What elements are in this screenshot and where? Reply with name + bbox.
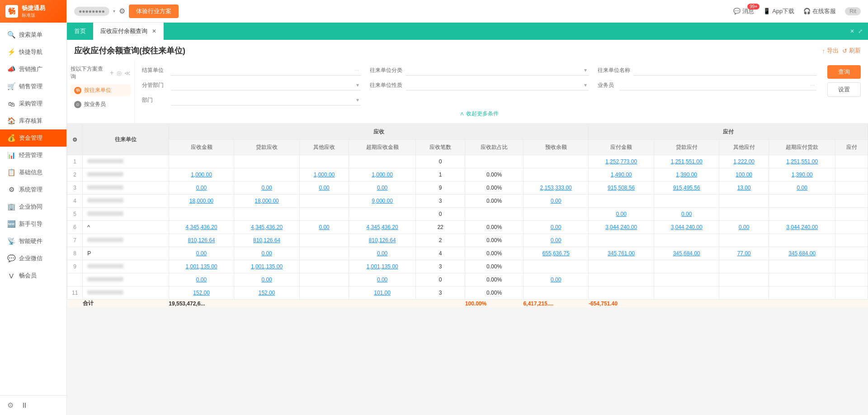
scheme-partner[interactable]: 畅 按往来单位: [71, 84, 131, 96]
row-ap_overdue-8[interactable]: [769, 260, 835, 273]
row-ar_overdue-10[interactable]: 101.00: [349, 286, 416, 300]
row-ap_loan-8[interactable]: [654, 260, 719, 273]
export-button[interactable]: ↑ 导出: [822, 47, 839, 55]
row-ar_amount-6[interactable]: 810,126.64: [169, 234, 234, 247]
refresh-button[interactable]: ↺ 刷新: [842, 47, 861, 55]
row-advance-3[interactable]: 0.00: [523, 195, 589, 208]
row-advance-7[interactable]: 655,636.75: [523, 247, 589, 260]
row-ar_loan-6[interactable]: 810,126.64: [234, 234, 300, 247]
row-ap_loan-6[interactable]: [654, 234, 719, 247]
row-ar_overdue-5[interactable]: 4,345,436.20: [349, 221, 416, 234]
collapse-icon[interactable]: ⏸: [21, 401, 28, 410]
row-ap_overdue-4[interactable]: [769, 208, 835, 221]
row-ar_overdue-4[interactable]: [349, 208, 416, 221]
sidebar-item-sales[interactable]: 🛒销售管理: [0, 78, 66, 95]
sidebar-item-quick[interactable]: ⚡快捷导航: [0, 43, 66, 61]
dept-chevron[interactable]: ▾: [356, 82, 359, 88]
row-ap_other-3[interactable]: [719, 195, 769, 208]
row-ar_other-5[interactable]: 0.00: [299, 221, 349, 234]
nature-chevron[interactable]: ▾: [584, 82, 587, 88]
sidebar-item-purchase[interactable]: 🛍采购管理: [0, 95, 66, 112]
row-ar_loan-3[interactable]: 18,000.00: [234, 195, 300, 208]
row-ap_other-10[interactable]: [719, 286, 769, 300]
query-button[interactable]: 查询: [827, 65, 861, 79]
user-action[interactable]: Rit: [845, 7, 861, 15]
row-ap_overdue-2[interactable]: 0.00: [769, 181, 835, 195]
partner-nature-select[interactable]: ▾: [406, 80, 589, 91]
row-advance-1[interactable]: [523, 168, 589, 181]
row-advance-2[interactable]: 2,153,333.00: [523, 181, 589, 195]
row-ar_amount-9[interactable]: 0.00: [169, 273, 234, 286]
sidebar-item-basic[interactable]: 📋基础信息: [0, 164, 66, 181]
row-ap_overdue-9[interactable]: [769, 273, 835, 286]
row-ap_amount-1[interactable]: 1,490.00: [589, 168, 654, 181]
row-ap_other-1[interactable]: 100.00: [719, 168, 769, 181]
filter-settings-icon[interactable]: ◎: [117, 70, 122, 76]
header-gear-icon[interactable]: ⚙: [119, 7, 125, 15]
message-action[interactable]: 💬 消息 99+: [733, 7, 754, 15]
sidebar-item-system[interactable]: ⚙系统管理: [0, 181, 66, 198]
row-ap_overdue-7[interactable]: 345,684.00: [769, 247, 835, 260]
row-ap_overdue-1[interactable]: 1,390.00: [769, 168, 835, 181]
row-ap_loan-3[interactable]: [654, 195, 719, 208]
row-ar_other-4[interactable]: [299, 208, 349, 221]
row-advance-9[interactable]: 0.00: [523, 273, 589, 286]
row-advance-0[interactable]: [523, 155, 589, 168]
row-ap_other-0[interactable]: 1,222.00: [719, 155, 769, 168]
tab-close-btn[interactable]: ✕: [850, 28, 854, 34]
row-ar_loan-2[interactable]: 0.00: [234, 181, 300, 195]
row-ap_other-8[interactable]: [719, 260, 769, 273]
row-ar_amount-1[interactable]: 1,000.00: [169, 168, 234, 181]
row-ar_loan-5[interactable]: 4,345,436.20: [234, 221, 300, 234]
row-ap_amount-6[interactable]: [589, 234, 654, 247]
row-ar_loan-8[interactable]: 1,001,135.00: [234, 260, 300, 273]
row-ar_overdue-2[interactable]: 0.00: [349, 181, 416, 195]
sidebar-item-search[interactable]: 🔍搜索菜单: [0, 26, 66, 43]
sidebar-item-wechat[interactable]: 💬企业微信: [0, 250, 66, 267]
tab-query[interactable]: 应收应付余额查询 ✕: [93, 23, 164, 40]
row-ap_overdue-10[interactable]: [769, 286, 835, 300]
row-ap_amount-10[interactable]: [589, 286, 654, 300]
service-action[interactable]: 🎧 在线客服: [803, 7, 836, 15]
row-ap_loan-9[interactable]: [654, 273, 719, 286]
row-ap_other-7[interactable]: 77.00: [719, 247, 769, 260]
row-ar_loan-1[interactable]: [234, 168, 300, 181]
tab-expand-btn[interactable]: ⤢: [858, 28, 863, 34]
sidebar-item-marketing[interactable]: 📣营销推广: [0, 61, 66, 78]
row-advance-4[interactable]: [523, 208, 589, 221]
row-ap_overdue-6[interactable]: [769, 234, 835, 247]
row-ap_loan-7[interactable]: 345,684.00: [654, 247, 719, 260]
department-chevron[interactable]: ▾: [356, 97, 359, 103]
row-ar_other-9[interactable]: [299, 273, 349, 286]
row-ar_overdue-7[interactable]: 0.00: [349, 247, 416, 260]
row-ap_loan-1[interactable]: 1,390.00: [654, 168, 719, 181]
tab-close-icon[interactable]: ✕: [152, 28, 156, 34]
row-ar_amount-10[interactable]: 152.00: [169, 286, 234, 300]
row-ar_overdue-9[interactable]: 0.00: [349, 273, 416, 286]
sidebar-item-operation[interactable]: 📊经营管理: [0, 147, 66, 164]
row-ar_amount-8[interactable]: 1,001,135.00: [169, 260, 234, 273]
row-ap_amount-3[interactable]: [589, 195, 654, 208]
filter-add-icon[interactable]: +: [110, 69, 114, 77]
sidebar-item-corp[interactable]: 🏢企业协同: [0, 198, 66, 215]
row-ar_other-0[interactable]: [299, 155, 349, 168]
sidebar-item-guide[interactable]: 🆕新手引导: [0, 215, 66, 233]
row-ar_amount-4[interactable]: [169, 208, 234, 221]
row-ap_overdue-5[interactable]: 3,044,240.00: [769, 221, 835, 234]
row-ar_other-3[interactable]: [299, 195, 349, 208]
row-ap_other-5[interactable]: 0.00: [719, 221, 769, 234]
row-ap_overdue-3[interactable]: [769, 195, 835, 208]
partner-category-select[interactable]: ▾: [406, 65, 589, 76]
row-ap_loan-2[interactable]: 915,495.56: [654, 181, 719, 195]
row-ap_other-4[interactable]: [719, 208, 769, 221]
row-ar_loan-7[interactable]: 0.00: [234, 247, 300, 260]
row-ap_overdue-0[interactable]: 1,251,551.00: [769, 155, 835, 168]
row-ap_amount-7[interactable]: 345,761.00: [589, 247, 654, 260]
row-ar_amount-7[interactable]: 0.00: [169, 247, 234, 260]
row-ar_loan-10[interactable]: 152.00: [234, 286, 300, 300]
row-ar_amount-5[interactable]: 4,345,436.20: [169, 221, 234, 234]
row-ap_amount-4[interactable]: 0.00: [589, 208, 654, 221]
row-ap_loan-0[interactable]: 1,251,551.00: [654, 155, 719, 168]
breadcrumb-chevron[interactable]: ▾: [113, 9, 115, 14]
col-settings[interactable]: ⚙: [67, 124, 83, 155]
